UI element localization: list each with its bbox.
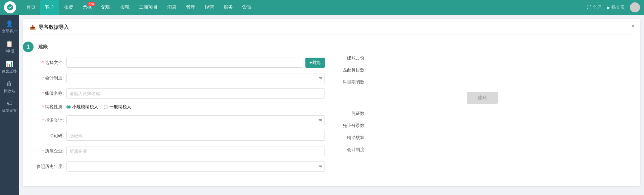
svg-point-1 [633,8,637,11]
nav-item-invoice[interactable]: 票据 new [78,0,97,15]
accountant-select-wrapper [66,115,325,125]
app-logo[interactable] [4,1,16,13]
account-migration-icon: 📊 [6,60,13,68]
all-customers-icon: 👤 [6,20,13,27]
memo-code-input[interactable] [66,131,325,141]
sidebar-item-recycle-bin[interactable]: 🗑 回收站 [0,78,19,96]
form-row-history-year: 参照历史年度: [36,161,325,172]
history-year-label: 参照历史年度: [36,164,66,170]
tax-type-general-radio[interactable]: 一般纳税人 [104,104,131,110]
file-input-group: +浏览 [66,58,325,68]
select-file-input[interactable] [66,58,303,68]
form-body: 1 建账 选择文件: +浏览 会计制度: [30,42,633,177]
import-panel: 📥 导爷数据导入 × 1 建账 选择文件: +浏览 [23,19,640,186]
accountant-label: 指派会计: [36,117,66,123]
accounting-system-select-wrapper [66,73,325,83]
tax-type-radio-group: 小规模纳税人 一般纳税人 [66,104,131,110]
form-row-accounting-system: 会计制度: [36,73,325,83]
fullscreen-icon: ⛶ [587,5,591,10]
svg-point-0 [634,5,636,8]
accounting-system-label: 会计制度: [36,75,66,81]
nav-item-business[interactable]: 工商项目 [134,0,162,15]
vip-button[interactable]: ▶ 畅会员 [607,4,625,10]
history-year-select-wrapper [66,161,325,172]
tax-type-label: 纳税性质: [36,104,66,110]
info-row-subject-init: 科目期初数: [338,79,627,85]
info-row-aux-accounting: 辅助核算: [338,135,627,141]
info-row-match-subject: 匹配科目数: [338,67,627,73]
main-layout: 👤 全部客户 📋 0申报 📊 账套迁移 🗑 回收站 🏷 标签设置 📥 导爷数据导… [0,15,644,195]
content-area: 📥 导爷数据导入 × 1 建账 选择文件: +浏览 [19,15,644,195]
sidebar-item-zero-declare[interactable]: 📋 0申报 [0,38,19,56]
form-row-memo-code: 助记码: [36,131,325,141]
tag-settings-icon: 🏷 [6,100,12,107]
select-file-label: 选择文件: [36,60,66,66]
info-row-voucher-entry: 凭证分录数: [338,123,627,129]
company-label: 所属企业: [36,148,66,154]
info-row-build-month: 建账月份: [338,55,627,61]
top-navigation: 首页 客户 收费 票据 new 记账 报税 工商项目 消息 管理 经营 服务 设… [0,0,644,15]
form-row-company: 所属企业: [36,146,325,156]
nav-item-manage[interactable]: 管理 [181,0,200,15]
form-right: 建账月份: 匹配科目数: 科目期初数: 建账 [338,42,627,177]
match-subject-label: 匹配科目数: [338,67,368,73]
sidebar-item-account-migration[interactable]: 📊 账套迁移 [0,58,19,76]
history-year-select[interactable] [66,161,325,172]
radio-general-input[interactable] [104,105,108,109]
nav-right: ⛶ 全屏 ▶ 畅会员 [587,2,640,12]
subject-init-label: 科目期初数: [338,79,368,85]
nav-item-bookkeeping[interactable]: 记账 [97,0,115,15]
vip-icon: ▶ [607,5,610,10]
panel-title: 导爷数据导入 [39,24,69,30]
radio-small-input[interactable] [66,105,71,109]
new-badge: new [88,2,95,6]
zero-declare-icon: 📋 [6,40,13,48]
tax-type-small-radio[interactable]: 小规模纳税人 [66,104,98,110]
form-row-accountant: 指派会计: [36,115,325,125]
aux-accounting-label: 辅助核算: [338,135,368,141]
nav-item-service[interactable]: 服务 [219,0,238,15]
radio-general-label: 一般纳税人 [109,104,131,110]
section-header: 1 建账 [23,42,325,52]
fullscreen-button[interactable]: ⛶ 全屏 [587,4,601,10]
sidebar: 👤 全部客户 📋 0申报 📊 账套迁移 🗑 回收站 🏷 标签设置 [0,15,19,195]
voucher-label: 凭证数: [338,111,368,117]
radio-small-label: 小规模纳税人 [72,104,98,110]
form-left: 1 建账 选择文件: +浏览 会计制度: [36,42,325,177]
close-button[interactable]: × [631,23,635,30]
nav-item-settings[interactable]: 设置 [238,0,256,15]
nav-items: 首页 客户 收费 票据 new 记账 报税 工商项目 消息 管理 经营 服务 设… [21,0,587,15]
form-row-tax-type: 纳税性质: 小规模纳税人 一般纳税人 [36,104,325,110]
memo-code-label: 助记码: [36,133,66,139]
build-account-button[interactable]: 建账 [467,92,498,104]
avatar[interactable] [630,2,640,12]
voucher-entry-label: 凭证分录数: [338,123,368,129]
ledger-name-label: 账簿名称: [36,90,66,96]
info-row-voucher: 凭证数: [338,111,627,117]
panel-header: 📥 导爷数据导入 [30,24,633,35]
accounting-system-right-label: 会计制度: [338,147,368,153]
nav-item-tax[interactable]: 报税 [115,0,134,15]
form-row-ledger-name: 账簿名称: [36,88,325,99]
panel-title-icon: 📥 [30,24,36,30]
step-label: 建账 [38,44,48,50]
info-row-accounting-system-right: 会计制度: [338,147,627,153]
nav-item-fee[interactable]: 收费 [59,0,78,15]
accounting-system-select[interactable] [66,73,325,83]
nav-item-home[interactable]: 首页 [21,0,40,15]
browse-button[interactable]: +浏览 [305,58,325,68]
build-month-label: 建账月份: [338,55,368,61]
step-badge: 1 [23,42,34,52]
nav-item-customer[interactable]: 客户 [40,0,59,15]
company-input[interactable] [66,146,325,156]
nav-item-message[interactable]: 消息 [162,0,181,15]
nav-item-operation[interactable]: 经营 [200,0,219,15]
recycle-bin-icon: 🗑 [6,80,12,87]
form-row-select-file: 选择文件: +浏览 [36,58,325,68]
accountant-select[interactable] [66,115,325,125]
sidebar-item-tag-settings[interactable]: 🏷 标签设置 [0,97,19,116]
ledger-name-input[interactable] [66,88,325,99]
sidebar-item-all-customers[interactable]: 👤 全部客户 [0,17,19,36]
